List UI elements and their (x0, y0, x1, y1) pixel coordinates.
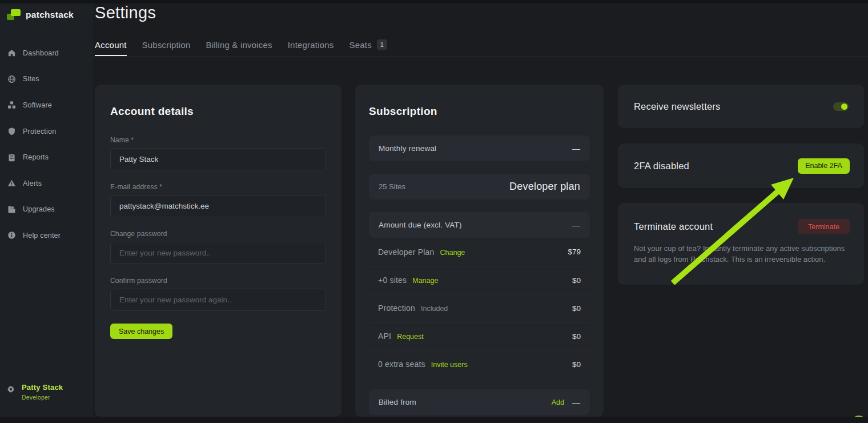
line-item-protection: Protection Included $0 (369, 294, 590, 322)
page-title: Settings (95, 3, 156, 22)
change-plan-link[interactable]: Change (440, 249, 465, 257)
twofa-card: 2FA disabled Enable 2FA (618, 143, 864, 188)
billed-from-row: Billed from Add — (369, 389, 590, 415)
monthly-renewal-label: Monthly renewal (379, 144, 436, 153)
manage-sites-link[interactable]: Manage (412, 277, 438, 285)
globe-icon (7, 75, 16, 83)
sidebar-item-label: Alerts (23, 179, 42, 187)
sidebar-item-help-center[interactable]: Help center (0, 222, 93, 249)
name-field[interactable] (110, 148, 326, 170)
sidebar-nav: Dashboard Sites Software Protection Repo… (0, 40, 93, 249)
account-details-card: Account details Name * E-mail address * … (95, 85, 341, 417)
name-label: Name * (110, 136, 326, 144)
add-billing-link[interactable]: Add (552, 398, 564, 406)
line-item-price: $0 (572, 360, 581, 369)
terminate-account-label: Terminate account (634, 221, 713, 232)
terminate-button[interactable]: Terminate (798, 219, 850, 234)
line-item-seats: 0 extra seats Invite users $0 (369, 350, 590, 378)
tab-integrations[interactable]: Integrations (288, 40, 334, 56)
email-field[interactable] (110, 195, 326, 217)
sidebar-item-reports[interactable]: Reports (0, 144, 93, 170)
line-item-price: $0 (572, 304, 581, 313)
info-icon (7, 231, 16, 240)
amount-due-label: Amount due (excl. VAT) (379, 221, 462, 229)
sidebar-item-label: Software (23, 101, 52, 109)
user-name: Patty Stack (22, 383, 63, 392)
subscription-title: Subscription (369, 105, 590, 118)
sidebar-item-sites[interactable]: Sites (0, 66, 93, 93)
reports-icon (7, 153, 16, 162)
terminate-description: Not your cup of tea? Instantly terminate… (634, 244, 850, 265)
line-item-price: $0 (572, 332, 581, 341)
puzzle-icon (7, 205, 16, 214)
save-changes-button[interactable]: Save changes (110, 324, 172, 339)
bottom-edge-strip (0, 417, 868, 423)
sidebar: patchstack Dashboard Sites Software Prot… (0, 0, 93, 417)
monthly-renewal-row: Monthly renewal — (369, 135, 590, 161)
top-edge-strip (0, 0, 868, 3)
sidebar-item-dashboard[interactable]: Dashboard (0, 40, 93, 66)
line-item-plan: Developer Plan Change $79 (369, 238, 590, 266)
sidebar-item-label: Help center (23, 232, 61, 240)
tab-seats[interactable]: Seats 1 (349, 40, 387, 56)
invoice-line-items: Developer Plan Change $79 +0 sites Manag… (369, 238, 590, 378)
sidebar-item-software[interactable]: Software (0, 92, 93, 118)
alert-triangle-icon (7, 179, 16, 187)
software-icon (7, 101, 16, 109)
request-api-link[interactable]: Request (397, 333, 424, 341)
email-label: E-mail address * (110, 183, 326, 191)
subscription-card: Subscription Monthly renewal — 25 Sites … (355, 85, 604, 417)
new-password-field[interactable] (110, 242, 326, 264)
settings-tabbar: Account Subscription Billing & invoices … (93, 40, 868, 57)
included-note: Included (421, 305, 448, 313)
gear-icon (7, 385, 15, 393)
sidebar-item-protection[interactable]: Protection (0, 118, 93, 145)
sidebar-item-label: Upgrades (23, 205, 55, 213)
confirm-password-field[interactable] (110, 289, 326, 311)
collapse-toggle[interactable]: — (572, 221, 580, 229)
home-icon (7, 49, 16, 57)
account-details-title: Account details (110, 105, 326, 118)
twofa-status-label: 2FA disabled (634, 161, 689, 171)
collapse-toggle[interactable]: — (572, 398, 580, 406)
line-item-price: $0 (572, 276, 581, 285)
terminate-account-card: Terminate account Terminate Not your cup… (618, 203, 864, 285)
user-menu[interactable]: Patty Stack Developer (0, 383, 93, 401)
newsletters-toggle[interactable] (833, 102, 849, 111)
user-role: Developer (22, 394, 63, 401)
tab-billing-invoices[interactable]: Billing & invoices (206, 40, 272, 56)
plan-row: 25 Sites Developer plan (369, 174, 590, 199)
change-password-label: Change password (110, 230, 326, 238)
patchstack-logo-icon (7, 9, 21, 20)
newsletters-label: Receive newsletters (634, 101, 720, 112)
invite-users-link[interactable]: Invite users (431, 361, 468, 369)
sidebar-item-label: Protection (23, 127, 56, 135)
tab-account[interactable]: Account (95, 40, 127, 56)
amount-due-row: Amount due (excl. VAT) — (369, 212, 590, 238)
shield-icon (7, 127, 16, 135)
line-item-sites: +0 sites Manage $0 (369, 266, 590, 294)
collapse-toggle[interactable]: — (572, 145, 580, 153)
sidebar-item-label: Reports (23, 153, 49, 161)
confirm-password-label: Confirm password (110, 277, 326, 285)
newsletters-card: Receive newsletters (618, 85, 864, 128)
brand-name: patchstack (26, 10, 74, 20)
plan-name: Developer plan (509, 181, 580, 193)
sidebar-item-upgrades[interactable]: Upgrades (0, 197, 93, 223)
sites-count: 25 Sites (379, 182, 405, 191)
patchstack-logo[interactable]: patchstack (7, 9, 74, 20)
toggle-knob (841, 103, 847, 110)
sidebar-item-label: Sites (23, 75, 39, 83)
line-item-price: $79 (568, 248, 581, 256)
seats-count-badge: 1 (377, 39, 387, 50)
line-item-api: API Request $0 (369, 322, 590, 350)
enable-2fa-button[interactable]: Enable 2FA (798, 158, 850, 174)
tab-subscription[interactable]: Subscription (142, 40, 191, 56)
billed-from-label: Billed from (379, 398, 416, 406)
sidebar-item-label: Dashboard (23, 49, 59, 57)
sidebar-item-alerts[interactable]: Alerts (0, 170, 93, 197)
